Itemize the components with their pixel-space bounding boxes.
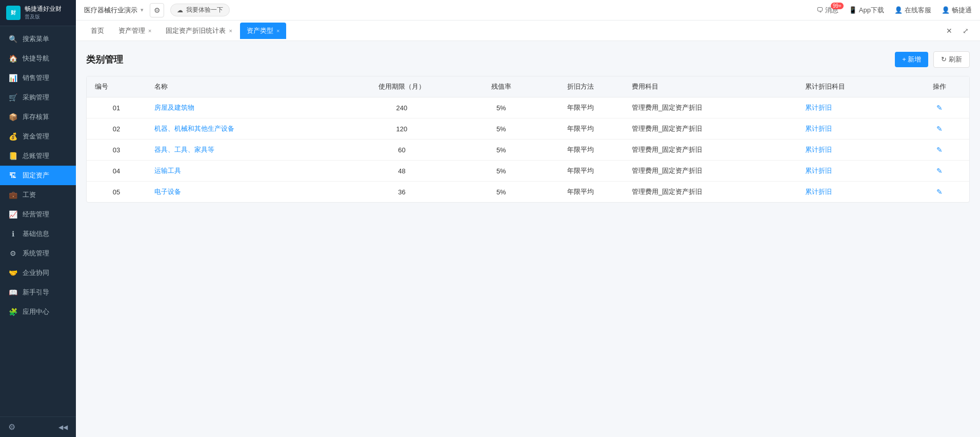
refresh-button[interactable]: ↻ 刷新 [933,51,970,68]
app-download-action[interactable]: 📱 App下载 [849,6,884,15]
table-row: 03 器具、工具、家具等 60 5% 年限平均 管理费用_固定资产折旧 累计折旧… [87,140,969,161]
sidebar-item-fixed-assets[interactable]: 🏗 固定资产 [0,166,76,185]
cell-expense-account: 管理费用_固定资产折旧 [624,97,797,118]
sidebar-item-purchase[interactable]: 🛒 采购管理 [0,88,76,107]
customer-service-action[interactable]: 👤 在线客服 [894,6,931,15]
cell-months: 120 [339,118,465,140]
cell-accum-account[interactable]: 累计折旧 [797,140,910,161]
sidebar: 财 畅捷通好业财 普及版 🔍 搜索菜单 🏠 快捷导航 📊 销售管理 🛒 采购管理… [0,0,76,437]
sidebar-item-inventory[interactable]: 📦 库存核算 [0,107,76,127]
message-action[interactable]: 🗨 消息 99+ [816,6,838,15]
purchase-icon: 🛒 [8,93,17,102]
tab-资产类型[interactable]: 资产类型× [240,23,286,39]
sidebar-item-enterprise[interactable]: 🤝 企业协同 [0,263,76,283]
edit-icon[interactable]: ✎ [936,188,943,196]
cell-action: ✎ [910,97,969,118]
appstore-icon: 🧩 [8,307,17,316]
cell-name[interactable]: 房屋及建筑物 [146,97,339,118]
page-header: 类别管理 + 新增 ↻ 刷新 [86,51,970,68]
cell-accum-account[interactable]: 累计折旧 [797,182,910,203]
sidebar-item-guide[interactable]: 📖 新手引导 [0,283,76,302]
sidebar-item-ledger[interactable]: 📒 总账管理 [0,146,76,166]
tab-close-icon[interactable]: × [276,28,279,34]
sidebar-item-label: 应用中心 [23,307,49,316]
tab-label: 资产类型 [247,26,273,35]
app-edition: 普及版 [25,13,62,21]
maximize-window-button[interactable]: ⤢ [959,25,972,37]
cell-accum-account[interactable]: 累计折旧 [797,97,910,118]
user-action[interactable]: 👤 畅捷通 [942,6,972,15]
tab-label: 首页 [91,26,104,35]
tab-固定资产折旧统计表[interactable]: 固定资产折旧统计表× [159,23,238,39]
sidebar-item-search[interactable]: 🔍 搜索菜单 [0,29,76,49]
sidebar-item-payroll[interactable]: 💼 工资 [0,185,76,205]
sidebar-item-label: 基础信息 [23,229,49,239]
sidebar-item-quick-nav[interactable]: 🏠 快捷导航 [0,49,76,68]
sidebar-item-operations[interactable]: 📈 经营管理 [0,205,76,224]
tab-close-icon[interactable]: × [148,28,151,34]
cell-residual: 5% [465,140,537,161]
headset-icon: 👤 [894,6,903,14]
cell-action: ✎ [910,118,969,140]
cell-name[interactable]: 器具、工具、家具等 [146,140,339,161]
cell-name[interactable]: 机器、机械和其他生产设备 [146,118,339,140]
table-row: 01 房屋及建筑物 240 5% 年限平均 管理费用_固定资产折旧 累计折旧 ✎ [87,97,969,118]
col-header-action: 操作 [910,76,969,97]
col-header-code: 编号 [87,76,146,97]
cell-name[interactable]: 电子设备 [146,182,339,203]
sidebar-item-label: 销售管理 [23,73,49,83]
tab-首页[interactable]: 首页 [84,23,111,39]
cell-expense-account: 管理费用_固定资产折旧 [624,182,797,203]
collapse-icon[interactable]: ◀◀ [58,424,68,431]
cell-accum-account[interactable]: 累计折旧 [797,161,910,182]
app-logo: 财 [6,6,21,20]
new-button[interactable]: + 新增 [895,52,928,67]
tab-label: 固定资产折旧统计表 [166,26,226,35]
company-selector[interactable]: 医疗器械行业演示 ▾ [84,6,144,15]
settings-button[interactable]: ⚙ [150,3,164,17]
sidebar-item-system[interactable]: ⚙ 系统管理 [0,244,76,263]
cell-residual: 5% [465,182,537,203]
col-header-name: 名称 [146,76,339,97]
category-table: 编号名称使用期限（月）残值率折旧方法费用科目累计折旧科目操作 01 房屋及建筑物… [87,76,969,202]
col-header-method: 折旧方法 [537,76,624,97]
sidebar-item-label: 搜索菜单 [23,34,49,44]
col-header-expense_account: 费用科目 [624,76,797,97]
tab-label: 资产管理 [118,26,145,35]
cell-code: 04 [87,161,146,182]
sidebar-item-label: 库存核算 [23,112,49,122]
cell-residual: 5% [465,118,537,140]
settings-icon[interactable]: ⚙ [8,422,15,432]
tab-资产管理[interactable]: 资产管理× [112,23,158,39]
cell-expense-account: 管理费用_固定资产折旧 [624,161,797,182]
experience-button[interactable]: ☁ 我要体验一下 [170,4,230,16]
user-icon: 👤 [942,6,950,14]
category-table-container: 编号名称使用期限（月）残值率折旧方法费用科目累计折旧科目操作 01 房屋及建筑物… [86,76,970,203]
operations-icon: 📈 [8,210,17,219]
cell-method: 年限平均 [537,140,624,161]
sidebar-item-capital[interactable]: 💰 资金管理 [0,127,76,146]
cell-months: 48 [339,161,465,182]
cell-residual: 5% [465,97,537,118]
col-header-months: 使用期限（月） [339,76,465,97]
tab-close-icon[interactable]: × [229,28,232,34]
app-download-label: App下载 [859,6,884,15]
page-title: 类别管理 [86,53,123,66]
edit-icon[interactable]: ✎ [936,167,943,175]
edit-icon[interactable]: ✎ [936,146,943,154]
cell-accum-account[interactable]: 累计折旧 [797,118,910,140]
enterprise-icon: 🤝 [8,268,17,277]
sidebar-item-basic-info[interactable]: ℹ 基础信息 [0,224,76,244]
window-controls: ✕ ⤢ [943,25,972,37]
edit-icon[interactable]: ✎ [936,125,943,133]
col-header-accum_account: 累计折旧科目 [797,76,910,97]
edit-icon[interactable]: ✎ [936,104,943,112]
message-icon: 🗨 [816,6,823,14]
sidebar-item-appstore[interactable]: 🧩 应用中心 [0,302,76,322]
cell-method: 年限平均 [537,161,624,182]
sidebar-item-sales[interactable]: 📊 销售管理 [0,68,76,88]
close-window-button[interactable]: ✕ [943,25,955,37]
sidebar-item-label: 企业协同 [23,268,49,277]
cell-residual: 5% [465,161,537,182]
cell-name[interactable]: 运输工具 [146,161,339,182]
